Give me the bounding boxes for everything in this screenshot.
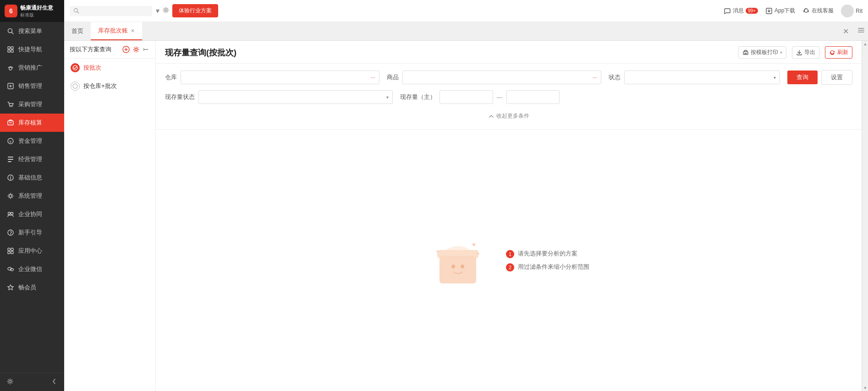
- filter-warehouse-label: 仓库: [165, 73, 177, 81]
- main-panel: 现存量查询(按批次) 按模板打印 ▾: [156, 41, 862, 391]
- svg-point-24: [11, 212, 13, 215]
- topbar-left: ▾ 体验行业方案: [70, 4, 720, 17]
- export-icon: [796, 49, 802, 56]
- online-service-btn[interactable]: 在线客服: [802, 7, 834, 15]
- sidebar-item-inventory[interactable]: 库存核算: [0, 114, 64, 132]
- sidebar-header: 6 畅康通好生意 标准版: [0, 0, 64, 22]
- svg-point-46: [135, 49, 137, 51]
- sidebar-item-purchase[interactable]: 采购管理: [0, 95, 64, 114]
- sidebar-item-label: 企业协同: [18, 210, 42, 218]
- empty-content: 1 请先选择要分析的方案 2 用过滤条件来缩小分析范围: [428, 231, 589, 290]
- tab-inventory-batch[interactable]: 库存批次账 ✕: [91, 22, 142, 40]
- collapse-label: 收起更多条件: [496, 112, 529, 120]
- sidebar-item-quicknav[interactable]: 快捷导航: [0, 40, 64, 59]
- sidebar-item-marketing[interactable]: 营销推广: [0, 59, 64, 77]
- tab-home[interactable]: 首页: [64, 22, 91, 40]
- filter-qty-min-input[interactable]: [439, 90, 493, 104]
- experience-btn[interactable]: 体验行业方案: [172, 4, 218, 17]
- filter-status-label: 状态: [609, 73, 621, 81]
- sidebar-item-label: 经营管理: [18, 155, 42, 163]
- query-btn[interactable]: 查询: [787, 71, 818, 84]
- inventory-status-dropdown-icon: ▾: [386, 95, 389, 100]
- svg-rect-17: [8, 159, 13, 160]
- management-icon: [6, 155, 15, 163]
- topbar-dropdown-icon[interactable]: ▾: [156, 6, 159, 15]
- filter-row-2: 现存量状态 ▾ 现存量（主） —: [165, 90, 852, 104]
- filter-area: 仓库 ··· 商品 ··· 状态: [156, 64, 862, 130]
- tab-inventory-batch-label: 库存批次账: [98, 27, 128, 35]
- sidebar-item-finance[interactable]: ¥ 资金管理: [0, 132, 64, 150]
- filter-panel-actions: [122, 46, 150, 53]
- sidebar-item-wechat[interactable]: 企业微信: [0, 260, 64, 278]
- scheme-item-warehouse-batch[interactable]: 按仓库+批次: [64, 77, 155, 95]
- add-scheme-icon[interactable]: [122, 46, 130, 53]
- tab-bar: 首页 库存批次账 ✕ ✕: [64, 22, 868, 41]
- collapse-filter-panel-icon[interactable]: [143, 46, 150, 53]
- topbar-search-input[interactable]: [81, 8, 145, 14]
- svg-point-56: [451, 265, 455, 268]
- settings-footer-icon[interactable]: [6, 378, 14, 386]
- tab-sidebar-toggle-icon[interactable]: [854, 27, 868, 35]
- sidebar-item-guide[interactable]: 新手引导: [0, 223, 64, 242]
- sidebar-item-system[interactable]: 系统管理: [0, 187, 64, 205]
- filter-inventory-status-select[interactable]: ▾: [198, 90, 393, 104]
- filter-product-input[interactable]: ···: [402, 71, 601, 84]
- svg-line-1: [11, 32, 13, 34]
- wechat-icon: [6, 265, 15, 273]
- filter-row-1: 仓库 ··· 商品 ··· 状态: [165, 70, 852, 85]
- headset-icon: [802, 7, 810, 15]
- sidebar-item-collab[interactable]: 企业协同: [0, 205, 64, 223]
- filter-qty-max-input[interactable]: [506, 90, 560, 104]
- topbar-search-area[interactable]: [70, 6, 152, 16]
- svg-point-23: [8, 212, 11, 215]
- message-btn[interactable]: 消息 99+: [724, 7, 758, 15]
- scroll-down-btn[interactable]: ▼: [862, 385, 868, 391]
- topbar-gear-icon[interactable]: [162, 6, 170, 16]
- sidebar-item-member[interactable]: 畅会员: [0, 278, 64, 297]
- filter-panel-header: 按以下方案查询: [64, 41, 155, 59]
- svg-point-10: [10, 106, 11, 107]
- topbar-right: 消息 99+ App下载 在线客服: [724, 5, 863, 17]
- filter-warehouse-input[interactable]: ···: [181, 71, 379, 84]
- refresh-icon: [829, 49, 835, 56]
- print-template-btn[interactable]: 按模板打印 ▾: [738, 46, 786, 59]
- filter-status-select[interactable]: ▾: [624, 71, 780, 84]
- sidebar-item-search[interactable]: 搜索菜单: [0, 22, 64, 40]
- export-btn[interactable]: 导出: [792, 46, 819, 59]
- sidebar-item-appcenter[interactable]: 应用中心: [0, 242, 64, 260]
- scroll-up-btn[interactable]: ▲: [862, 41, 868, 47]
- app-download-btn[interactable]: App下载: [765, 7, 795, 15]
- scheme-label: 按批次: [83, 64, 101, 72]
- tab-close-right-icon[interactable]: ✕: [837, 27, 854, 36]
- svg-rect-5: [11, 50, 13, 52]
- collapse-sidebar-icon[interactable]: [50, 378, 58, 386]
- svg-rect-2: [8, 47, 10, 49]
- svg-rect-50: [744, 53, 747, 54]
- warehouse-dots-btn[interactable]: ···: [371, 74, 375, 81]
- sidebar-item-label: 系统管理: [18, 192, 42, 200]
- message-icon: [724, 7, 731, 15]
- print-dropdown-icon: ▾: [780, 50, 782, 55]
- collapse-more-btn[interactable]: 收起更多条件: [165, 109, 852, 123]
- app-download-icon: [765, 7, 773, 15]
- sidebar-item-label: 销售管理: [18, 82, 42, 90]
- sidebar-item-management[interactable]: 经营管理: [0, 150, 64, 168]
- appcenter-icon: [6, 247, 15, 255]
- settings-btn[interactable]: 设置: [821, 70, 852, 85]
- svg-point-53: [472, 243, 475, 246]
- user-avatar-btn[interactable]: Rit: [841, 5, 863, 17]
- sidebar-item-sales[interactable]: 销售管理: [0, 77, 64, 95]
- refresh-btn[interactable]: 刷新: [825, 46, 852, 59]
- product-dots-btn[interactable]: ···: [593, 74, 597, 81]
- scheme-item-batch[interactable]: 按批次: [64, 59, 155, 77]
- sidebar-item-label: 搜索菜单: [18, 27, 42, 35]
- tab-close-icon[interactable]: ✕: [131, 28, 135, 33]
- scheme-settings-icon[interactable]: [132, 46, 140, 53]
- filter-product-field: 商品 ···: [387, 71, 601, 84]
- page-header: 现存量查询(按批次) 按模板打印 ▾: [156, 41, 862, 64]
- member-icon: [6, 283, 15, 292]
- quicknav-icon: [6, 45, 15, 54]
- sidebar-item-label: 基础信息: [18, 174, 42, 182]
- svg-point-33: [9, 380, 11, 383]
- sidebar-item-basicinfo[interactable]: 基础信息: [0, 168, 64, 187]
